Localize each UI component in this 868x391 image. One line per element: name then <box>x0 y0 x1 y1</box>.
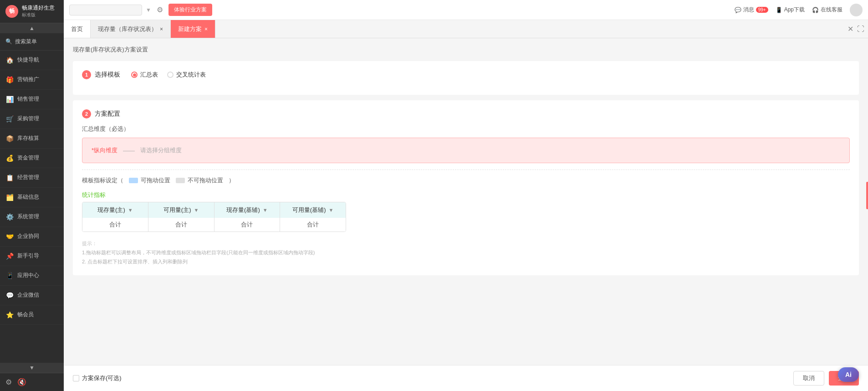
messages-btn[interactable]: 💬 消息 99+ <box>735 6 768 14</box>
trial-btn[interactable]: 体验行业方案 <box>168 4 212 16</box>
dimension-section-label: 汇总维度（必选） <box>82 125 850 133</box>
tab-inventory-close[interactable]: × <box>160 26 163 32</box>
cancel-button[interactable]: 取消 <box>793 371 824 386</box>
sidebar-item-member[interactable]: ⭐ 畅会员 <box>0 305 64 325</box>
save-checkbox[interactable] <box>73 375 79 381</box>
radio-summary[interactable]: 汇总表 <box>131 71 158 79</box>
inventory-icon: 📦 <box>5 134 14 143</box>
sidebar-item-sales[interactable]: 📊 销售管理 <box>0 90 64 109</box>
purchase-icon: 🛒 <box>5 115 14 123</box>
online-service-btn[interactable]: 🎧 在线客服 <box>812 6 842 14</box>
message-icon: 💬 <box>735 7 741 13</box>
sidebar-item-cooperation[interactable]: 🤝 企业协同 <box>0 227 64 247</box>
sidebar-item-operations[interactable]: 📋 经营管理 <box>0 168 64 188</box>
topbar-chevron-icon: ▼ <box>146 7 151 13</box>
step2-card: 2 方案配置 汇总维度（必选） *纵向维度 —— 请选择分组维度 模板指标设定（… <box>73 100 859 275</box>
sidebar-item-purchase[interactable]: 🛒 采购管理 <box>0 109 64 129</box>
basic-info-icon: 🗂️ <box>5 193 14 201</box>
system-label: 系统管理 <box>17 213 39 221</box>
tab-expand-icon[interactable]: ⛶ <box>857 25 864 33</box>
sidebar-item-finance[interactable]: 💰 资金管理 <box>0 149 64 168</box>
tabs-bar: 首页 现存量（库存状况表） × 新建方案 × ✕ ⛶ <box>64 20 868 38</box>
sidebar-item-marketing[interactable]: 🎁 营销推广 <box>0 70 64 90</box>
sidebar-item-guide[interactable]: 📌 新手引导 <box>0 247 64 266</box>
stats-col4-chevron: ▼ <box>329 207 334 213</box>
volume-icon[interactable]: 🔇 <box>17 378 26 386</box>
tab-new-plan[interactable]: 新建方案 × <box>171 20 215 38</box>
stats-col3-label: 现存量(基辅) <box>226 206 260 214</box>
right-stripe <box>866 182 868 209</box>
guide-label: 新手引导 <box>17 252 39 260</box>
step2-header: 2 方案配置 <box>82 109 850 118</box>
wechat-label: 企业微信 <box>17 291 39 299</box>
stats-col1-label: 现存量(主) <box>97 206 125 214</box>
app-name: 畅康通好生意 <box>22 5 55 12</box>
dimension-required-label: *纵向维度 <box>92 146 117 154</box>
stats-col2-chevron: ▼ <box>194 207 199 213</box>
sidebar-item-quick-nav[interactable]: 🏠 快捷导航 <box>0 51 64 70</box>
app-download-label: App下载 <box>784 6 805 14</box>
basic-info-label: 基础信息 <box>17 193 39 201</box>
finance-icon: 💰 <box>5 154 14 162</box>
topbar-gear-icon[interactable]: ⚙ <box>157 5 163 14</box>
wechat-icon: 💬 <box>5 291 14 299</box>
dimension-placeholder: 请选择分组维度 <box>140 146 182 154</box>
dimension-dash: —— <box>123 147 135 154</box>
message-label: 消息 <box>743 6 754 14</box>
app-download-icon: 📱 <box>776 7 782 13</box>
app-logo: 畅 <box>5 5 18 18</box>
tabs-actions: ✕ ⛶ <box>848 25 868 33</box>
settings-icon[interactable]: ⚙ <box>5 378 12 386</box>
tab-home[interactable]: 首页 <box>64 20 91 38</box>
unmovable-indicator: 不可拖动位置 <box>176 176 223 185</box>
topbar: ▼ ⚙ 体验行业方案 💬 消息 99+ 📱 App下载 🎧 在线客服 <box>64 0 868 20</box>
message-badge: 99+ <box>756 7 768 13</box>
stats-col2-header[interactable]: 可用量(主) ▼ <box>148 202 214 218</box>
bottom-bar: 方案保存(可选) 取消 查询 <box>64 365 868 391</box>
marketing-label: 营销推广 <box>17 76 39 83</box>
step1-badge: 1 <box>82 70 91 79</box>
member-icon: ⭐ <box>5 311 14 319</box>
content-area: 现存量(库存状况表)方案设置 1 选择模板 汇总表 交叉统计表 <box>64 38 868 365</box>
sidebar-item-app-center[interactable]: 📱 应用中心 <box>0 266 64 286</box>
stats-col4-header[interactable]: 可用量(基辅) ▼ <box>280 202 346 218</box>
sales-icon: 📊 <box>5 95 14 103</box>
step1-card: 1 选择模板 汇总表 交叉统计表 <box>73 61 859 95</box>
finance-label: 资金管理 <box>17 154 39 162</box>
app-download-btn[interactable]: 📱 App下载 <box>776 6 805 14</box>
stats-col1-header[interactable]: 现存量(主) ▼ <box>82 202 148 218</box>
stats-label: 统计指标 <box>82 191 850 199</box>
sidebar-footer: ⚙ 🔇 <box>0 373 64 391</box>
dimension-area[interactable]: *纵向维度 —— 请选择分组维度 <box>82 138 850 163</box>
operations-icon: 📋 <box>5 174 14 182</box>
sidebar-scroll-up[interactable]: ▲ <box>0 23 64 33</box>
sidebar-item-system[interactable]: ⚙️ 系统管理 <box>0 207 64 227</box>
stats-col3-header[interactable]: 现存量(基辅) ▼ <box>214 202 281 218</box>
tab-new-plan-close[interactable]: × <box>204 26 208 32</box>
topbar-search-input[interactable] <box>69 5 142 15</box>
tab-close-icon[interactable]: ✕ <box>848 25 853 33</box>
tab-inventory-status[interactable]: 现存量（库存状况表） × <box>91 20 171 38</box>
stats-col2-data: 合计 <box>148 218 214 232</box>
search-icon: 🔍 <box>5 38 12 45</box>
sidebar-scroll-down[interactable]: ▼ <box>0 363 64 373</box>
sidebar-item-inventory[interactable]: 📦 库存核算 <box>0 129 64 149</box>
save-option[interactable]: 方案保存(可选) <box>73 374 122 382</box>
app-center-label: 应用中心 <box>17 272 39 279</box>
sidebar-item-wechat[interactable]: 💬 企业微信 <box>0 286 64 305</box>
step1-title: 选择模板 <box>95 71 120 79</box>
stats-col4-label: 可用量(基辅) <box>292 206 326 214</box>
template-settings-label: 模板指标设定（ <box>82 176 123 185</box>
sidebar: 畅 畅康通好生意 标准版 ▲ 🔍 搜索菜单 🏠 快捷导航 🎁 营销推广 📊 销售… <box>0 0 64 391</box>
radio-cross[interactable]: 交叉统计表 <box>167 71 206 79</box>
sidebar-header: 畅 畅康通好生意 标准版 <box>0 0 64 23</box>
stats-col3-data: 合计 <box>214 218 281 232</box>
sidebar-item-basic-info[interactable]: 🗂️ 基础信息 <box>0 188 64 207</box>
tab-inventory-label: 现存量（库存状况表） <box>98 25 157 33</box>
tab-new-plan-label: 新建方案 <box>178 25 202 33</box>
sidebar-search[interactable]: 🔍 搜索菜单 <box>0 33 64 51</box>
avatar[interactable] <box>850 4 863 16</box>
stats-col1-chevron: ▼ <box>128 207 133 213</box>
stats-col1-data: 合计 <box>82 218 148 232</box>
ai-fab-button[interactable]: Ai <box>838 367 859 382</box>
